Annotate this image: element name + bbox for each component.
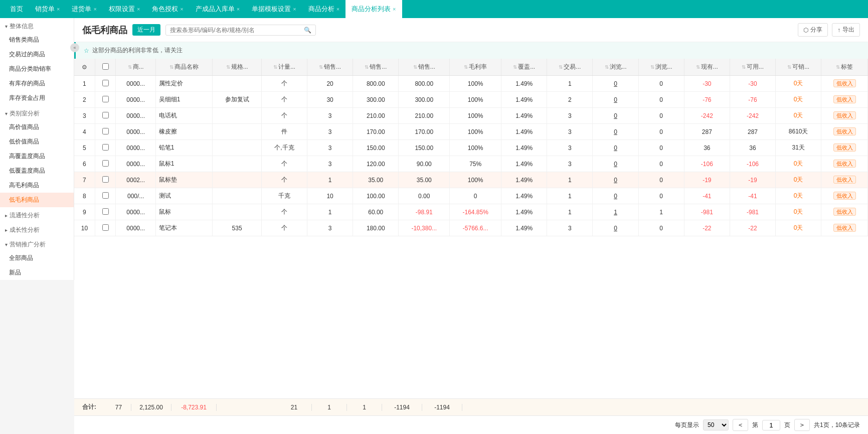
views1-link[interactable]: 0 [614, 80, 617, 87]
row-checkbox[interactable] [102, 208, 109, 215]
views1-link[interactable]: 1 [614, 209, 617, 216]
search-input[interactable] [170, 27, 304, 34]
row-sellable: 0天 [776, 156, 821, 172]
col-header-tag[interactable]: ⇅标签 [821, 59, 868, 76]
row-checkbox[interactable] [102, 128, 109, 134]
sidebar-group-营销推广分析[interactable]: ▾营销推广分析 [0, 236, 74, 251]
nav-item-角色授权[interactable]: 角色授权× [146, 0, 189, 18]
period-button[interactable]: 近一月 [132, 24, 160, 36]
sidebar-item-商品分类助销率[interactable]: 商品分类助销率 [0, 62, 74, 76]
share-button[interactable]: ⬡ 分享 [798, 23, 828, 37]
table-row: 70002...鼠标垫个135.0035.00100%1.49%100-19-1… [74, 172, 868, 188]
nav-item-首页[interactable]: 首页 [4, 0, 29, 18]
views1-link[interactable]: 0 [614, 225, 617, 232]
sidebar-item-新品[interactable]: 新品 [0, 265, 74, 280]
page-number-input[interactable] [762, 420, 780, 430]
sidebar-group-成长性分析[interactable]: ▸成长性分析 [0, 222, 74, 236]
col-header-transaction[interactable]: ⇅交易... [547, 59, 593, 76]
sidebar-group-流通性分析[interactable]: ▸流通性分析 [0, 207, 74, 222]
col-header-sales_count[interactable]: ⇅销售... [307, 59, 353, 76]
row-tag: 低收入 [821, 124, 868, 140]
row-spec [213, 188, 262, 204]
sidebar-group-类别室分析[interactable]: ▾类别室分析 [0, 105, 74, 120]
col-header-views2[interactable]: ⇅浏览... [638, 59, 684, 76]
col-header-available[interactable]: ⇅可用... [730, 59, 775, 76]
export-button[interactable]: ↑ 导出 [832, 23, 860, 37]
nav-close-icon[interactable]: × [237, 6, 240, 12]
views1-link[interactable]: 0 [614, 144, 617, 152]
sidebar-item-低价值商品[interactable]: 低价值商品 [0, 134, 74, 149]
row-checkbox[interactable] [102, 112, 109, 118]
sidebar-item-交易过的商品[interactable]: 交易过的商品 [0, 47, 74, 62]
sidebar-item-销售类商品[interactable]: 销售类商品 [0, 33, 74, 47]
nav-close-icon[interactable]: × [293, 6, 296, 12]
col-header-name[interactable]: ⇅商品名称 [155, 59, 213, 76]
views1-link[interactable]: 0 [614, 193, 617, 200]
row-checkbox[interactable] [102, 192, 109, 199]
nav-close-icon[interactable]: × [393, 6, 396, 12]
tag-badge: 低收入 [833, 176, 856, 184]
row-sales-profit: 800.00 [399, 76, 450, 92]
sidebar-item-库存资金占用[interactable]: 库存资金占用 [0, 91, 74, 105]
col-header-spec[interactable]: ⇅规格... [213, 59, 262, 76]
search-icon[interactable]: 🔍 [304, 27, 311, 34]
col-header-current_stock[interactable]: ⇅现有... [684, 59, 730, 76]
row-checkbox[interactable] [102, 96, 109, 102]
col-header-code[interactable]: ⇅商... [116, 59, 155, 76]
row-unit: 千克 [261, 188, 307, 204]
sidebar-item-低覆盖度商品[interactable]: 低覆盖度商品 [0, 164, 74, 178]
nav-item-进货单[interactable]: 进货单× [66, 0, 102, 18]
nav-close-icon[interactable]: × [336, 6, 339, 12]
col-header-sales_amount[interactable]: ⇅销售... [353, 59, 399, 76]
sidebar-item-高毛利商品[interactable]: 高毛利商品 [0, 178, 74, 193]
row-number: 6 [74, 156, 95, 172]
views1-link[interactable]: 0 [614, 161, 617, 168]
tag-badge: 低收入 [833, 143, 856, 152]
sidebar-collapse-button[interactable]: « [70, 43, 79, 52]
views1-link[interactable]: 0 [614, 96, 617, 103]
next-page-button[interactable]: ＞ [794, 419, 810, 431]
nav-item-商品分析列表[interactable]: 商品分析列表× [345, 0, 402, 18]
col-header-unit[interactable]: ⇅计量... [261, 59, 307, 76]
col-header-views1[interactable]: ⇅浏览... [593, 59, 638, 76]
prev-page-button[interactable]: ＜ [733, 419, 748, 431]
per-page-select[interactable]: 50 100 [703, 419, 729, 430]
sidebar-item-低毛利商品[interactable]: 低毛利商品 [0, 193, 74, 207]
col-header-gross_margin[interactable]: ⇅毛利率 [450, 59, 501, 76]
nav-item-单据模板设置[interactable]: 单据模板设置× [246, 0, 302, 18]
nav-item-商品分析[interactable]: 商品分析× [302, 0, 345, 18]
table-row: 60000...鼠标1个3120.0090.0075%1.49%300-106-… [74, 156, 868, 172]
row-current-stock: 36 [684, 140, 730, 156]
nav-close-icon[interactable]: × [93, 6, 96, 12]
row-sales-count: 1 [307, 204, 353, 220]
row-sellable: 0天 [776, 188, 821, 204]
col-header-sales_profit[interactable]: ⇅销售... [399, 59, 450, 76]
nav-close-icon[interactable]: × [137, 6, 140, 12]
row-checkbox[interactable] [102, 80, 109, 86]
col-header-coverage[interactable]: ⇅覆盖... [501, 59, 547, 76]
row-checkbox[interactable] [102, 160, 109, 167]
row-checkbox-cell [95, 92, 116, 108]
views1-link[interactable]: 0 [614, 128, 617, 135]
nav-item-权限设置[interactable]: 权限设置× [103, 0, 146, 18]
sidebar-item-高价值商品[interactable]: 高价值商品 [0, 120, 74, 134]
row-checkbox[interactable] [102, 176, 109, 183]
nav-close-icon[interactable]: × [57, 6, 60, 12]
views1-link[interactable]: 0 [614, 112, 617, 119]
sort-icon: ⇅ [742, 64, 746, 70]
row-gross-margin: 100% [450, 124, 501, 140]
sidebar-group-整体信息[interactable]: ▾整体信息 [0, 18, 74, 33]
views1-link[interactable]: 0 [614, 177, 617, 184]
row-checkbox[interactable] [102, 224, 109, 231]
sidebar-item-高覆盖度商品[interactable]: 高覆盖度商品 [0, 149, 74, 164]
sidebar-item-有库存的商品[interactable]: 有库存的商品 [0, 76, 74, 91]
row-spec [213, 124, 262, 140]
col-header-sellable[interactable]: ⇅可销... [776, 59, 821, 76]
row-checkbox[interactable] [102, 144, 109, 151]
nav-close-icon[interactable]: × [180, 6, 183, 12]
sidebar-item-全部商品[interactable]: 全部商品 [0, 251, 74, 265]
nav-item-产成品入库单[interactable]: 产成品入库单× [190, 0, 246, 18]
select-all-checkbox[interactable] [102, 63, 109, 70]
row-tag: 低收入 [821, 76, 868, 92]
nav-item-销货单[interactable]: 销货单× [29, 0, 66, 18]
